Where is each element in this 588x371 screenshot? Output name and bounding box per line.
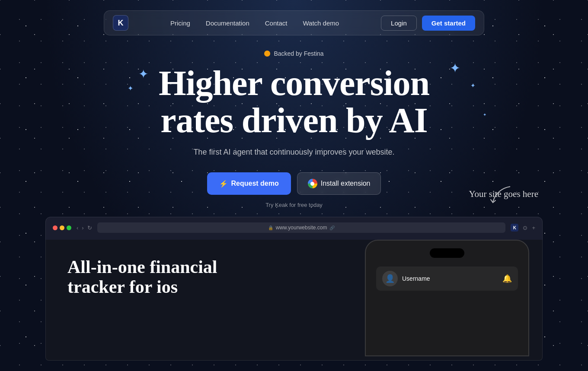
avatar-icon: 👤 <box>382 271 398 286</box>
get-started-button[interactable]: Get started <box>422 16 475 31</box>
reload-icon[interactable]: ↻ <box>87 225 92 231</box>
badge-text: Backed by Festina <box>274 50 323 57</box>
keak-browser-icon: K <box>511 224 518 231</box>
phone-content: 👤 Username 🔔 <box>373 263 521 294</box>
hero-title: Higher conversion rates driven by AI <box>125 65 463 139</box>
badge-dot <box>264 51 270 57</box>
dot-red[interactable] <box>53 225 58 230</box>
nav-pricing[interactable]: Pricing <box>170 19 190 27</box>
notification-bell-icon: 🔔 <box>502 274 512 283</box>
dot-green[interactable] <box>67 225 71 230</box>
user-icon: 👤 <box>385 274 395 283</box>
site-annotation: Your site goes here <box>469 189 538 200</box>
link-icon: 🔗 <box>329 225 335 230</box>
phone-user-row: 👤 Username 🔔 <box>376 266 518 291</box>
clock-icon: ⊙ <box>523 225 527 231</box>
phone-mockup: 👤 Username 🔔 <box>365 240 529 360</box>
site-content-right: 👤 Username 🔔 <box>335 240 542 360</box>
dot-yellow[interactable] <box>60 225 64 230</box>
logo[interactable]: K <box>113 15 128 31</box>
lightning-icon: ⚡ <box>219 180 228 188</box>
browser-address-bar[interactable]: 🔒 www.yourwebsite.com 🔗 <box>97 222 506 233</box>
navbar: K Pricing Documentation Contact Watch de… <box>104 10 484 35</box>
nav-links: Pricing Documentation Contact Watch demo <box>170 19 339 27</box>
browser-body: All-in-one financial tracker for ios 👤 U… <box>45 240 543 361</box>
install-extension-button[interactable]: Install extension <box>297 172 381 195</box>
nav-watch-demo[interactable]: Watch demo <box>303 19 339 27</box>
badge: Backed by Festina <box>264 50 323 57</box>
nav-documentation[interactable]: Documentation <box>206 19 249 27</box>
browser-chrome: ‹ › ↻ 🔒 www.yourwebsite.com 🔗 K ⊙ + <box>45 217 543 240</box>
plus-icon[interactable]: + <box>532 225 535 231</box>
nav-actions: Login Get started <box>381 16 475 31</box>
request-demo-button[interactable]: ⚡ Request demo <box>207 172 291 195</box>
hero-section: Backed by Festina Higher conversion rate… <box>0 46 588 208</box>
address-text: www.yourwebsite.com <box>276 225 327 231</box>
browser-top-bar: ‹ › ↻ 🔒 www.yourwebsite.com 🔗 K ⊙ + <box>53 222 535 233</box>
lock-icon: 🔒 <box>268 225 273 230</box>
login-button[interactable]: Login <box>381 16 417 31</box>
browser-nav-icons: ‹ › ↻ <box>77 225 92 231</box>
chrome-icon <box>308 179 317 188</box>
browser-mockup: Your site goes here ‹ › ↻ 🔒 www.yourwebs… <box>45 217 543 361</box>
arrow-icon <box>489 184 514 206</box>
dynamic-island <box>430 248 464 258</box>
browser-right-icons: K ⊙ + <box>511 224 535 231</box>
phone-outer: 👤 Username 🔔 <box>365 240 529 356</box>
browser-dots <box>53 225 71 230</box>
phone-username: Username <box>402 275 502 282</box>
nav-contact[interactable]: Contact <box>265 19 288 27</box>
site-title: All-in-one financial tracker for ios <box>67 257 313 297</box>
forward-icon[interactable]: › <box>82 225 83 231</box>
hero-subtitle: The first AI agent that continuously imp… <box>0 148 588 157</box>
back-icon[interactable]: ‹ <box>77 225 78 231</box>
site-content-left: All-in-one financial tracker for ios <box>46 240 335 360</box>
